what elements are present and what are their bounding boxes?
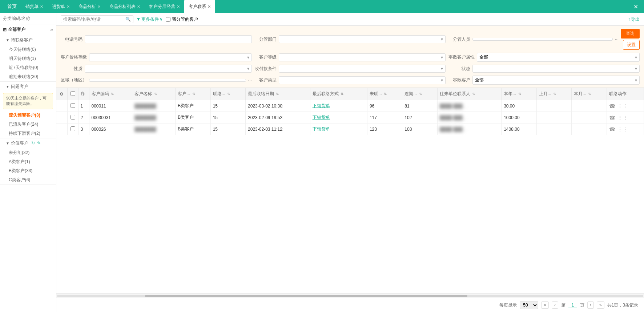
export-btn[interactable]: ↑ 导出 xyxy=(628,16,640,23)
filter-price-level-select[interactable] xyxy=(89,53,252,61)
my-customers-checkbox[interactable] xyxy=(166,17,170,22)
sidebar-item-b-class[interactable]: B类客户(33) xyxy=(0,166,56,175)
col-type[interactable]: 客户... ⇅ xyxy=(176,88,210,100)
filter-scatter-attr-select[interactable]: 全部 xyxy=(477,53,640,62)
sidebar-pending-contact-section: ▼ 待联络客户 今天待联络(0) 明天待联络(1) 近7天待联络(0) 逾期未联… xyxy=(0,35,56,82)
per-page-select[interactable]: 50 100 200 xyxy=(520,301,538,309)
filter-dept-select[interactable] xyxy=(279,35,446,43)
close-tab-purchaseorder[interactable]: ✕ xyxy=(67,4,70,9)
sidebar-item-tomorrow[interactable]: 明天待联络(1) xyxy=(0,54,56,63)
close-tab-customersegment[interactable]: ✕ xyxy=(177,4,180,9)
sidebar-item-c-class[interactable]: C类客户(6) xyxy=(0,175,56,185)
cell-checkbox-1[interactable] xyxy=(67,112,78,123)
my-customers-filter[interactable]: 我分管的客户 xyxy=(166,16,198,23)
col-last-month[interactable]: 上月... ⇅ xyxy=(536,88,571,100)
more-conditions-btn[interactable]: ▼ 更多条件 ∨ xyxy=(136,16,163,23)
col-code[interactable]: 客户编码 ⇅ xyxy=(89,88,132,100)
region-dots-btn[interactable]: ··· xyxy=(248,78,252,83)
filter-scatter-customer-select[interactable]: 全部 xyxy=(472,76,640,85)
cell-lct-0[interactable]: 下销货单 xyxy=(310,100,367,112)
col-settings[interactable]: ⚙ xyxy=(56,88,67,100)
tab-salesorder[interactable]: 销货单 ✕ xyxy=(21,0,48,13)
lm-sort-icon: ⇅ xyxy=(553,92,556,96)
current-page-input[interactable] xyxy=(568,303,577,308)
refresh-icon[interactable]: ↻ xyxy=(31,141,35,146)
tab-customersegment[interactable]: 客户分层经营 ✕ xyxy=(145,0,184,13)
scrollbar-thumb[interactable] xyxy=(145,295,467,297)
cell-lct-1[interactable]: 下销货单 xyxy=(310,112,367,123)
next-page-btn[interactable]: › xyxy=(587,301,594,309)
col-this-month[interactable]: 本月... ⇅ xyxy=(572,88,607,100)
filter-status-select[interactable] xyxy=(472,65,640,73)
manager-dots-btn[interactable]: ··· xyxy=(615,37,619,42)
sidebar-search-input[interactable] xyxy=(3,16,56,21)
col-name[interactable]: 客户名称 ⇅ xyxy=(132,88,176,100)
sidebar-item-a-class[interactable]: A类客户(1) xyxy=(0,157,56,166)
close-tab-productanalysislist[interactable]: ✕ xyxy=(137,4,140,9)
prev-page-btn[interactable]: ‹ xyxy=(552,301,558,309)
tab-productanalysis[interactable]: 商品分析 ✕ xyxy=(74,0,105,13)
sidebar-item-declining[interactable]: 持续下滑客户(2) xyxy=(0,129,56,138)
table-settings-icon[interactable]: ⚙ xyxy=(60,92,64,97)
sidebar-collapse-btn[interactable]: « xyxy=(50,27,53,33)
contact-action-icon-2[interactable]: ☎ xyxy=(609,126,615,132)
nav-home[interactable]: 首页 xyxy=(3,3,21,10)
sidebar-pending-contact-title[interactable]: ▼ 待联络客户 xyxy=(0,35,56,45)
filter-customer-level-select[interactable] xyxy=(279,53,446,61)
more-action-icon-1[interactable]: ⋮⋮ xyxy=(617,115,628,121)
query-btn[interactable]: 查询 xyxy=(621,29,640,39)
filter-manager-select[interactable] xyxy=(472,38,613,41)
cell-lct-2[interactable]: 下销货单 xyxy=(310,123,367,135)
horizontal-scrollbar[interactable] xyxy=(56,293,644,298)
filter-region-select[interactable] xyxy=(89,79,246,82)
sidebar-problem-customer-title[interactable]: ▼ 问题客户 xyxy=(0,82,56,92)
contact-action-icon-0[interactable]: ☎ xyxy=(609,103,615,109)
filter-phone-input[interactable] xyxy=(85,35,252,43)
select-all-checkbox[interactable] xyxy=(71,91,75,96)
cell-code-0: 000011 xyxy=(89,100,132,112)
main-search-input[interactable] xyxy=(63,17,124,22)
last-page-btn[interactable]: » xyxy=(597,301,604,309)
tab-purchaseorder[interactable]: 进货单 ✕ xyxy=(48,0,74,13)
col-last-contact-date[interactable]: 最后联络日期 ⇅ xyxy=(246,88,310,100)
cell-tm-2 xyxy=(572,123,607,135)
col-not-contact[interactable]: 未联... ⇅ xyxy=(367,88,402,100)
col-last-contact-type[interactable]: 最后联络方式 ⇅ xyxy=(310,88,367,100)
first-page-btn[interactable]: « xyxy=(541,301,549,309)
tab-customercontact[interactable]: 客户联系 ✕ xyxy=(184,0,215,13)
cell-checkbox-0[interactable] xyxy=(67,100,78,112)
cell-ty-1: 1000.00 xyxy=(502,112,536,123)
close-tab-salesorder[interactable]: ✕ xyxy=(40,4,43,9)
filter-customer-type-select[interactable] xyxy=(279,76,446,84)
col-this-year[interactable]: 本年... ⇅ xyxy=(502,88,536,100)
close-tab-productanalysis[interactable]: ✕ xyxy=(97,4,101,9)
sidebar-item-ungrouped[interactable]: 未分组(32) xyxy=(0,148,56,157)
more-action-icon-0[interactable]: ⋮⋮ xyxy=(617,103,628,109)
more-action-icon-2[interactable]: ⋮⋮ xyxy=(617,126,628,132)
filter-nature-select[interactable] xyxy=(85,65,252,73)
sidebar-item-churned[interactable]: 已流失客户(24) xyxy=(0,120,56,129)
edit-icon[interactable]: ✎ xyxy=(37,141,41,146)
cell-type-0: B类客户 xyxy=(176,100,210,112)
col-overdue[interactable]: 逾期... ⇅ xyxy=(402,88,437,100)
col-unit-contact[interactable]: 往来单位联系人 ⇅ xyxy=(437,88,501,100)
cell-checkbox-2[interactable] xyxy=(67,123,78,135)
filter-payment-select[interactable] xyxy=(279,65,446,73)
window-close-btn[interactable]: ✕ xyxy=(631,3,641,10)
tab-productanalysislist[interactable]: 商品分析列表 ✕ xyxy=(105,0,145,13)
col-contact[interactable]: 联络... ⇅ xyxy=(210,88,245,100)
sidebar-item-churn-warning[interactable]: 流失预警客户(3) xyxy=(0,111,56,120)
sidebar-item-7days[interactable]: 近7天待联络(0) xyxy=(0,63,56,72)
settings-btn[interactable]: 设置 xyxy=(623,40,640,50)
contact-action-icon-1[interactable]: ☎ xyxy=(609,115,615,121)
sidebar-item-today[interactable]: 今天待联络(0) xyxy=(0,45,56,54)
sidebar-value-customer-title[interactable]: ▼ 价值客户 ↻ ✎ xyxy=(0,138,56,148)
main-search-icon[interactable]: 🔍 xyxy=(125,17,131,22)
filter-customer-type-label: 客户类型 xyxy=(255,77,277,83)
table-row: 3 000026 ███████ B类客户 15 2023-02-03 11:1… xyxy=(56,123,644,135)
filter-region: 区域（地区） ··· xyxy=(61,76,252,85)
close-tab-customercontact[interactable]: ✕ xyxy=(208,4,211,9)
sidebar-all-customers-title[interactable]: ⊞ 全部客户 « xyxy=(0,24,56,35)
sidebar-item-overdue[interactable]: 逾期未联络(30) xyxy=(0,72,56,81)
col-checkbox[interactable] xyxy=(67,88,78,100)
